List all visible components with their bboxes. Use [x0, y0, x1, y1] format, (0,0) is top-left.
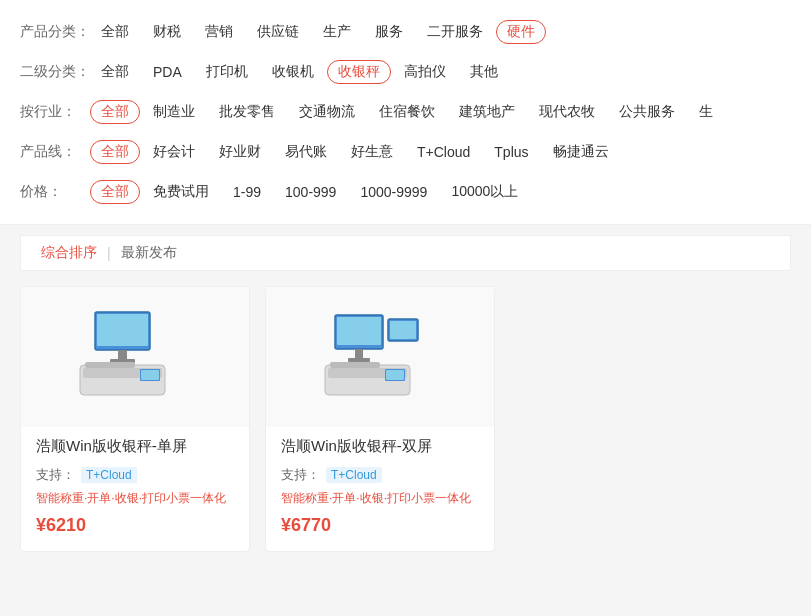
- support-tag-2: T+Cloud: [326, 467, 382, 483]
- product-line-row: 产品线： 全部 好会计 好业财 易代账 好生意 T+Cloud Tplus 畅捷…: [20, 132, 791, 172]
- svg-rect-10: [337, 317, 381, 345]
- sec-other[interactable]: 其他: [459, 60, 509, 84]
- ind-agriculture[interactable]: 现代农牧: [528, 100, 606, 124]
- pl-hsi[interactable]: 好生意: [340, 140, 404, 164]
- product-name-1: 浩顺Win版收银秤-单屏: [36, 437, 234, 456]
- pl-hyc[interactable]: 好业财: [208, 140, 272, 164]
- price-all[interactable]: 全部: [90, 180, 140, 204]
- product-image-svg-2: [320, 307, 440, 407]
- svg-rect-17: [330, 362, 380, 368]
- svg-rect-19: [386, 370, 404, 380]
- product-support-2: 支持： T+Cloud: [281, 466, 479, 484]
- product-category-label: 产品分类：: [20, 23, 90, 41]
- product-image-svg-1: [75, 307, 195, 407]
- price-free[interactable]: 免费试用: [142, 180, 220, 204]
- product-info-2: 浩顺Win版收银秤-双屏 支持： T+Cloud 智能称重·开单·收银·打印小票…: [266, 427, 494, 536]
- secondary-category-label: 二级分类：: [20, 63, 90, 81]
- ind-hospitality[interactable]: 住宿餐饮: [368, 100, 446, 124]
- product-price-2: ¥6770: [281, 515, 479, 536]
- ind-construction[interactable]: 建筑地产: [448, 100, 526, 124]
- industry-row: 按行业： 全部 制造业 批发零售 交通物流 住宿餐饮 建筑地产 现代农牧 公共服…: [20, 92, 791, 132]
- product-line-label: 产品线：: [20, 143, 90, 161]
- product-image-1: [21, 287, 249, 427]
- sec-cashier[interactable]: 收银机: [261, 60, 325, 84]
- price-100-999[interactable]: 100-999: [274, 181, 347, 203]
- cat-marketing[interactable]: 营销: [194, 20, 244, 44]
- cat-hardware[interactable]: 硬件: [496, 20, 546, 44]
- price-10000plus[interactable]: 10000以上: [440, 180, 529, 204]
- pl-tplus[interactable]: Tplus: [483, 141, 539, 163]
- product-line-items: 全部 好会计 好业财 易代账 好生意 T+Cloud Tplus 畅捷通云: [90, 140, 620, 164]
- support-label-1: 支持：: [36, 466, 75, 484]
- pl-all[interactable]: 全部: [90, 140, 140, 164]
- pl-changjieyun[interactable]: 畅捷通云: [542, 140, 620, 164]
- price-1000-9999[interactable]: 1000-9999: [349, 181, 438, 203]
- product-category-items: 全部 财税 营销 供应链 生产 服务 二开服务 硬件: [90, 20, 546, 44]
- cat-open[interactable]: 二开服务: [416, 20, 494, 44]
- sec-highcam[interactable]: 高拍仪: [393, 60, 457, 84]
- cat-service[interactable]: 服务: [364, 20, 414, 44]
- product-category-row: 产品分类： 全部 财税 营销 供应链 生产 服务 二开服务 硬件: [20, 12, 791, 52]
- cat-supply[interactable]: 供应链: [246, 20, 310, 44]
- industry-label: 按行业：: [20, 103, 90, 121]
- ind-wholesale[interactable]: 批发零售: [208, 100, 286, 124]
- sort-divider: |: [107, 245, 111, 261]
- product-card-1[interactable]: 浩顺Win版收银秤-单屏 支持： T+Cloud 智能称重·开单·收银·打印小票…: [20, 286, 250, 552]
- svg-rect-12: [390, 321, 416, 339]
- sec-printer[interactable]: 打印机: [195, 60, 259, 84]
- secondary-category-row: 二级分类： 全部 PDA 打印机 收银机 收银秤 高拍仪 其他: [20, 52, 791, 92]
- sec-pda[interactable]: PDA: [142, 61, 193, 83]
- price-1-99[interactable]: 1-99: [222, 181, 272, 203]
- support-label-2: 支持：: [281, 466, 320, 484]
- sort-bar: 综合排序 | 最新发布: [20, 235, 791, 271]
- sort-comprehensive[interactable]: 综合排序: [36, 244, 102, 262]
- cat-all[interactable]: 全部: [90, 20, 140, 44]
- support-tag-1: T+Cloud: [81, 467, 137, 483]
- ind-all[interactable]: 全部: [90, 100, 140, 124]
- pl-tcloud[interactable]: T+Cloud: [406, 141, 481, 163]
- price-label: 价格：: [20, 183, 90, 201]
- price-items: 全部 免费试用 1-99 100-999 1000-9999 10000以上: [90, 180, 529, 204]
- svg-rect-13: [355, 349, 363, 359]
- svg-rect-8: [141, 370, 159, 380]
- product-info-1: 浩顺Win版收银秤-单屏 支持： T+Cloud 智能称重·开单·收银·打印小票…: [21, 427, 249, 536]
- product-support-1: 支持： T+Cloud: [36, 466, 234, 484]
- svg-rect-6: [85, 362, 135, 368]
- pl-ydk[interactable]: 易代账: [274, 140, 338, 164]
- product-grid: 浩顺Win版收银秤-单屏 支持： T+Cloud 智能称重·开单·收银·打印小票…: [0, 271, 811, 567]
- svg-rect-14: [348, 358, 370, 362]
- filter-section: 产品分类： 全部 财税 营销 供应链 生产 服务 二开服务 硬件 二级分类： 全…: [0, 0, 811, 225]
- product-desc-2: 智能称重·开单·收银·打印小票一体化: [281, 490, 479, 507]
- cat-tax[interactable]: 财税: [142, 20, 192, 44]
- cat-production[interactable]: 生产: [312, 20, 362, 44]
- ind-other[interactable]: 生: [688, 100, 724, 124]
- product-card-2[interactable]: 浩顺Win版收银秤-双屏 支持： T+Cloud 智能称重·开单·收银·打印小票…: [265, 286, 495, 552]
- ind-public[interactable]: 公共服务: [608, 100, 686, 124]
- sec-all[interactable]: 全部: [90, 60, 140, 84]
- ind-transport[interactable]: 交通物流: [288, 100, 366, 124]
- product-image-2: [266, 287, 494, 427]
- svg-rect-1: [97, 314, 148, 346]
- sec-cashscale[interactable]: 收银秤: [327, 60, 391, 84]
- product-price-1: ¥6210: [36, 515, 234, 536]
- sort-latest[interactable]: 最新发布: [116, 244, 182, 262]
- product-desc-1: 智能称重·开单·收银·打印小票一体化: [36, 490, 234, 507]
- pl-hkj[interactable]: 好会计: [142, 140, 206, 164]
- price-row: 价格： 全部 免费试用 1-99 100-999 1000-9999 10000…: [20, 172, 791, 212]
- industry-items: 全部 制造业 批发零售 交通物流 住宿餐饮 建筑地产 现代农牧 公共服务 生: [90, 100, 724, 124]
- secondary-category-items: 全部 PDA 打印机 收银机 收银秤 高拍仪 其他: [90, 60, 509, 84]
- ind-manufacturing[interactable]: 制造业: [142, 100, 206, 124]
- svg-rect-2: [118, 350, 127, 360]
- product-name-2: 浩顺Win版收银秤-双屏: [281, 437, 479, 456]
